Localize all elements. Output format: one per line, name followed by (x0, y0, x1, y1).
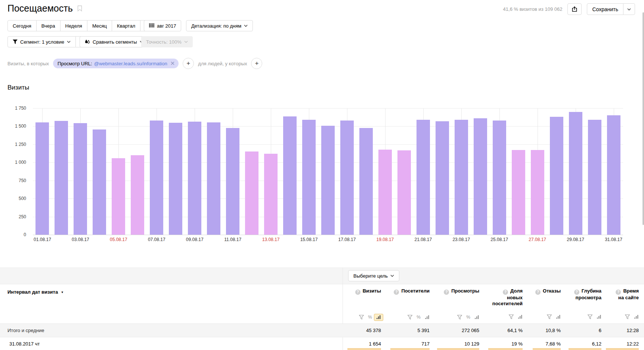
help-icon[interactable]: ? (535, 290, 541, 295)
value-bar (488, 348, 523, 350)
filter-icon[interactable] (408, 315, 412, 320)
chart-bar-15.08.17[interactable] (302, 120, 316, 235)
chart-bar-30.08.17[interactable] (588, 120, 601, 235)
table-row: 31.08.2017 чт 1 65471710 12919 %7,68 %6,… (0, 337, 644, 350)
chart-bar-02.08.17[interactable] (55, 121, 68, 235)
totals-cell: 6 (599, 328, 601, 333)
table-cell: 19 % (511, 341, 523, 347)
column-header-label: Время (623, 288, 639, 294)
help-icon[interactable]: ? (503, 290, 508, 295)
value-bar (390, 348, 430, 350)
x-axis-tick-label: 21.08.17 (408, 237, 438, 242)
filter-icon[interactable] (588, 315, 592, 319)
chart-bar-06.08.17[interactable] (131, 155, 144, 235)
chart-bar-09.08.17[interactable] (188, 122, 201, 235)
column-header-label: просмотра (576, 295, 601, 300)
x-axis-tick-label: 03.08.17 (65, 237, 95, 242)
percent-icon[interactable]: % (368, 315, 372, 320)
chart-bar-31.08.17[interactable] (607, 115, 620, 235)
chart-bar-23.08.17[interactable] (455, 120, 468, 235)
chart-bar-11.08.17[interactable] (226, 128, 239, 235)
bar-chart-icon[interactable] (425, 315, 430, 320)
chart-bar-25.08.17[interactable] (493, 121, 506, 235)
gridline (33, 108, 623, 109)
chart-bar-19.08.17[interactable] (378, 150, 392, 235)
x-axis-tick-label: 19.08.17 (370, 237, 400, 242)
chart-bar-04.08.17[interactable] (93, 129, 106, 235)
filter-icon[interactable] (547, 315, 552, 319)
chart-bar-29.08.17[interactable] (569, 112, 582, 235)
column-controls-new-visitors-share (509, 315, 523, 319)
table-cell: 10 129 (464, 341, 479, 347)
chart-bar-21.08.17[interactable] (417, 120, 430, 235)
chart-bar-20.08.17[interactable] (397, 150, 411, 235)
column-controls-bounce-rate (547, 315, 561, 319)
totals-row: Итого и средние 45 3785 391272 06564,1 %… (0, 324, 644, 337)
vertical-scrollbar[interactable] (643, 12, 644, 225)
column-controls-pageviews: % (457, 315, 479, 320)
chart-bar-07.08.17[interactable] (150, 121, 163, 235)
y-axis-tick-label: 750 (8, 178, 26, 183)
totals-cell: 272 065 (462, 328, 479, 333)
column-controls-time-on-site (625, 315, 639, 319)
chart-bar-22.08.17[interactable] (436, 121, 449, 235)
help-icon[interactable]: ? (355, 290, 360, 295)
chart-bar-17.08.17[interactable] (340, 121, 354, 235)
visits-bar-chart: 02505007501 0001 2501 5001 75001.08.1703… (0, 0, 644, 246)
column-controls-visits: % (359, 315, 381, 320)
chart-bar-10.08.17[interactable] (207, 122, 220, 235)
chart-bar-24.08.17[interactable] (474, 118, 487, 235)
chart-bar-14.08.17[interactable] (283, 116, 297, 235)
column-header-visits[interactable]: ?Визиты (355, 288, 381, 295)
filter-icon[interactable] (457, 315, 462, 320)
column-header-label: новых (507, 295, 523, 300)
bar-chart-icon[interactable] (556, 315, 561, 319)
dimension-header[interactable]: Интервал дат визита ▼ (7, 289, 64, 295)
chart-bar-12.08.17[interactable] (245, 151, 258, 235)
bar-chart-icon[interactable] (518, 315, 523, 319)
chart-bar-08.08.17[interactable] (169, 123, 182, 235)
help-icon[interactable]: ? (444, 290, 449, 295)
chart-bar-18.08.17[interactable] (359, 128, 373, 235)
column-header-label: Визиты (363, 288, 381, 294)
bar-chart-icon[interactable] (374, 314, 383, 321)
totals-row-label: Итого и средние (7, 328, 44, 333)
column-header-label: на сайте (618, 295, 639, 300)
help-icon[interactable]: ? (574, 290, 579, 295)
filter-icon[interactable] (359, 315, 364, 320)
chart-bar-13.08.17[interactable] (264, 154, 278, 235)
column-header-new-visitors-share[interactable]: ?Доляновыхпосетителей (492, 288, 523, 307)
chart-bar-27.08.17[interactable] (531, 150, 544, 235)
chart-bar-03.08.17[interactable] (74, 123, 87, 235)
table-cell: 12:22 (626, 341, 639, 347)
column-header-label: посетителей (492, 301, 523, 306)
chart-bar-01.08.17[interactable] (35, 122, 49, 235)
column-header-bounce-rate[interactable]: ?Отказы (535, 288, 561, 295)
bar-chart-icon[interactable] (634, 315, 639, 319)
column-header-page-depth[interactable]: ?Глубинапросмотра (574, 288, 601, 301)
filter-icon[interactable] (625, 315, 630, 319)
select-goal-label: Выберите цель (353, 273, 388, 279)
select-goal-button[interactable]: Выберите цель (348, 270, 399, 281)
value-bar (606, 348, 639, 350)
help-icon[interactable]: ? (394, 290, 399, 295)
sort-triangle-icon: ▼ (61, 291, 64, 294)
column-header-time-on-site[interactable]: ?Времяна сайте (616, 288, 639, 301)
help-icon[interactable]: ? (616, 290, 621, 295)
percent-icon[interactable]: % (466, 315, 470, 320)
percent-icon[interactable]: % (417, 315, 421, 320)
x-axis-tick-label: 17.08.17 (332, 237, 362, 242)
dimension-header-label: Интервал дат визита (7, 289, 58, 295)
column-header-pageviews[interactable]: ?Просмотры (444, 288, 479, 295)
chart-bar-26.08.17[interactable] (512, 150, 525, 235)
column-header-visitors[interactable]: ?Посетители (394, 288, 430, 295)
table-cell: 6,12 (592, 341, 601, 347)
chart-bar-16.08.17[interactable] (321, 126, 335, 235)
chart-bar-28.08.17[interactable] (550, 117, 563, 235)
bar-chart-icon[interactable] (474, 315, 479, 320)
x-axis-tick-label: 25.08.17 (484, 237, 514, 242)
bar-chart-icon[interactable] (597, 315, 601, 319)
value-bar (437, 348, 479, 350)
filter-icon[interactable] (509, 315, 514, 319)
chart-bar-05.08.17[interactable] (112, 158, 125, 235)
